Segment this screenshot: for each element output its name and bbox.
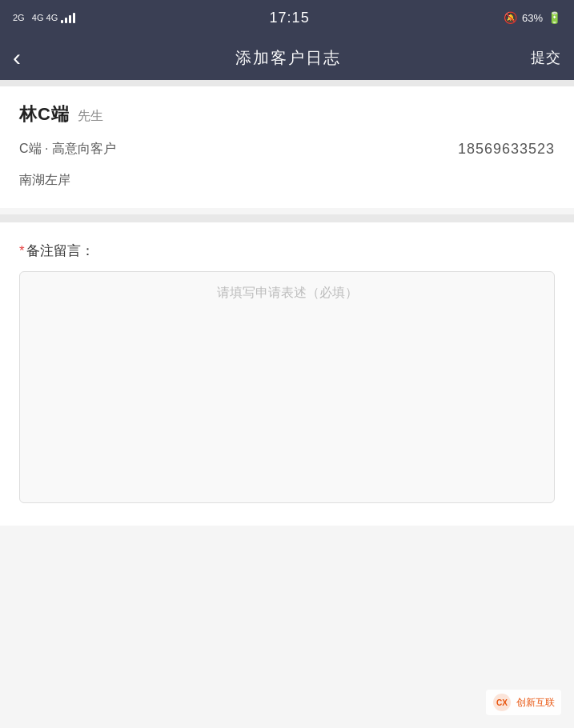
header-separator: [0, 80, 574, 86]
section-separator: [0, 214, 574, 222]
status-bar-right: 🔕 63% 🔋: [504, 11, 561, 24]
status-bar-time: 17:15: [270, 10, 310, 26]
customer-info-row: C端 · 高意向客户 18569633523: [19, 141, 555, 158]
bell-icon: 🔕: [504, 11, 517, 24]
customer-tag: C端 · 高意向客户: [19, 141, 116, 158]
page-title: 添加客户日志: [235, 47, 341, 69]
watermark: CX 创新互联: [486, 690, 561, 715]
customer-name-row: 林C端 先生: [19, 102, 555, 126]
back-button[interactable]: ‹: [13, 44, 45, 71]
back-icon: ‹: [13, 44, 21, 71]
watermark-logo-icon: CX: [492, 693, 512, 712]
svg-text:CX: CX: [496, 698, 508, 707]
battery-icon: 🔋: [548, 11, 561, 24]
label-text: 备注留言：: [26, 243, 94, 258]
form-section: *备注留言：: [0, 222, 574, 526]
status-bar-left: 2G 4G 4G: [13, 12, 75, 23]
battery-percent: 63%: [522, 12, 543, 24]
customer-name: 林C端: [19, 102, 70, 126]
signal-bars: [61, 12, 75, 23]
notes-textarea[interactable]: [19, 271, 555, 503]
watermark-text: 创新互联: [516, 696, 555, 710]
customer-card: 林C端 先生 C端 · 高意向客户 18569633523 南湖左岸: [0, 86, 574, 208]
form-label: *备注留言：: [19, 242, 555, 260]
network-indicator: 2G 4G 4G: [13, 13, 58, 22]
required-star: *: [19, 243, 25, 258]
nav-bar: ‹ 添加客户日志 提交: [0, 35, 574, 80]
customer-location: 南湖左岸: [19, 172, 555, 189]
customer-phone: 18569633523: [458, 141, 555, 158]
submit-button[interactable]: 提交: [531, 48, 561, 67]
customer-salutation: 先生: [78, 108, 103, 125]
status-bar: 2G 4G 4G 17:15 🔕 63% 🔋: [0, 0, 574, 35]
